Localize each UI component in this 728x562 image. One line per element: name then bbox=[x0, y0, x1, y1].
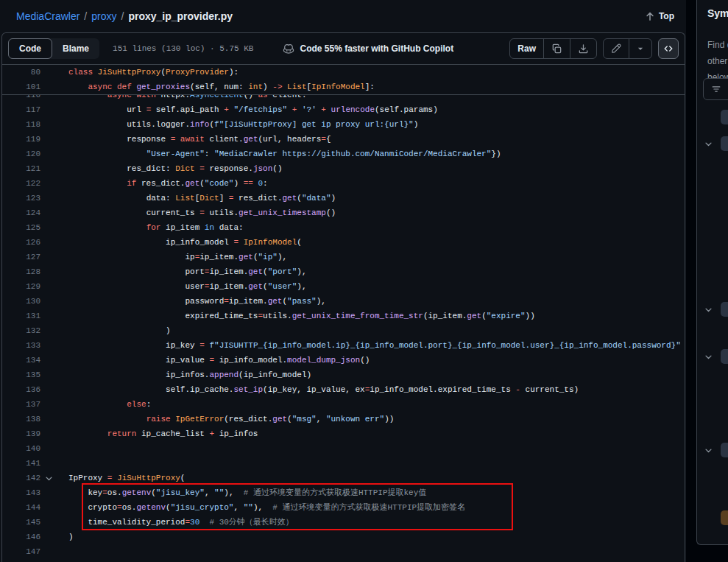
symbol-row[interactable] bbox=[697, 136, 728, 152]
code-text bbox=[57, 456, 68, 471]
fold-spacer bbox=[40, 80, 57, 94]
copilot-text: Code 55% faster with GitHub Copilot bbox=[300, 43, 453, 54]
code-line-135: 135 ip_infos.append(ip_info_model) bbox=[2, 368, 685, 382]
line-number[interactable]: 143 bbox=[2, 485, 40, 500]
line-number[interactable]: 126 bbox=[2, 235, 40, 250]
code-line-132: 132 ) bbox=[2, 323, 685, 338]
chevron-down-icon[interactable] bbox=[704, 306, 713, 314]
fold-spacer bbox=[40, 176, 57, 191]
line-number[interactable]: 123 bbox=[2, 191, 40, 206]
symbol-row[interactable] bbox=[697, 348, 728, 365]
line-number[interactable]: 140 bbox=[2, 441, 40, 456]
line-number[interactable]: 122 bbox=[2, 176, 40, 191]
edit-dropdown-button[interactable] bbox=[629, 39, 651, 58]
breadcrumb-folder-link[interactable]: proxy bbox=[91, 10, 116, 22]
code-line-139: 139 return ip_cache_list + ip_infos bbox=[2, 426, 685, 441]
line-number[interactable]: 125 bbox=[2, 220, 40, 235]
code-line-134: 134 ip_value = ip_info_model.model_dump_… bbox=[2, 353, 685, 368]
chevron-down-icon[interactable] bbox=[704, 353, 713, 361]
line-number[interactable]: 119 bbox=[2, 132, 40, 147]
code-text: ) bbox=[57, 323, 171, 338]
fold-spacer bbox=[40, 485, 57, 500]
download-button[interactable] bbox=[570, 39, 596, 58]
line-number[interactable]: 138 bbox=[2, 412, 40, 426]
code-text: expired_time_ts=utils.get_unix_time_from… bbox=[57, 309, 535, 323]
arrow-up-icon bbox=[645, 11, 655, 21]
code-brackets-icon bbox=[663, 43, 674, 54]
line-number[interactable]: 135 bbox=[2, 368, 40, 382]
copy-button[interactable] bbox=[544, 39, 570, 58]
fold-chevron-icon[interactable] bbox=[40, 471, 57, 485]
raw-button[interactable]: Raw bbox=[510, 39, 544, 58]
chevron-down-icon bbox=[637, 45, 644, 52]
file-view: MediaCrawler / proxy / proxy_ip_provider… bbox=[0, 0, 686, 562]
symbols-tree bbox=[697, 0, 728, 544]
line-number[interactable]: 134 bbox=[2, 353, 40, 368]
breadcrumb-separator: / bbox=[84, 10, 87, 22]
code-text bbox=[57, 441, 68, 456]
line-number[interactable]: 136 bbox=[2, 382, 40, 397]
sticky-context-lines: 80class JiSuHttpProxy(ProxyProvider):101… bbox=[2, 65, 685, 95]
line-number[interactable]: 117 bbox=[2, 102, 40, 117]
code-text: for ip_item in data: bbox=[57, 220, 244, 235]
line-number[interactable]: 118 bbox=[2, 117, 40, 132]
line-number[interactable]: 147 bbox=[2, 544, 40, 559]
code-line-125: 125 for ip_item in data: bbox=[2, 220, 685, 235]
symbol-row[interactable] bbox=[697, 301, 728, 317]
chevron-down-icon[interactable] bbox=[704, 140, 713, 148]
code-line-120: 120 "User-Agent": "MediaCrawler https://… bbox=[2, 147, 685, 161]
symbol-row[interactable] bbox=[697, 109, 728, 125]
line-number[interactable]: 130 bbox=[2, 294, 40, 309]
line-number[interactable]: 133 bbox=[2, 338, 40, 353]
line-number[interactable]: 120 bbox=[2, 147, 40, 161]
symbol-row[interactable] bbox=[697, 510, 728, 526]
symbol-kind-badge bbox=[721, 110, 728, 124]
copilot-banner[interactable]: Code 55% faster with GitHub Copilot bbox=[283, 43, 453, 55]
line-number[interactable]: 124 bbox=[2, 206, 40, 220]
code-text: res_dict: Dict = response.json() bbox=[57, 161, 282, 176]
code-text: class JiSuHttpProxy(ProxyProvider): bbox=[57, 65, 238, 80]
code-line-143: 143 key=os.getenv("jisu_key", ""), # 通过环… bbox=[2, 485, 685, 500]
code-line-133: 133 ip_key = f"JISUHTTP_{ip_info_model.i… bbox=[2, 338, 685, 353]
breadcrumb-repo-link[interactable]: MediaCrawler bbox=[16, 10, 79, 22]
raw-copy-download-group: Raw bbox=[509, 38, 597, 59]
line-number[interactable]: 139 bbox=[2, 426, 40, 441]
fold-spacer bbox=[40, 426, 57, 441]
code-text: ) bbox=[57, 530, 74, 544]
back-to-top-button[interactable]: Top bbox=[645, 11, 674, 21]
code-text: async def get_proxies(self, num: int) ->… bbox=[57, 80, 375, 94]
code-line-118: 118 utils.logger.info(f"[JiSuHttpProxy] … bbox=[2, 117, 685, 132]
code-line-130: 130 password=ip_item.get("pass"), bbox=[2, 294, 685, 309]
breadcrumb: MediaCrawler / proxy / proxy_ip_provider… bbox=[0, 0, 686, 32]
edit-button[interactable] bbox=[604, 39, 629, 58]
code-text: key=os.getenv("jisu_key", ""), # 通过环境变量的… bbox=[57, 485, 426, 500]
line-number[interactable]: 101 bbox=[2, 80, 40, 94]
tab-code[interactable]: Code bbox=[8, 38, 52, 59]
fold-spacer bbox=[40, 132, 57, 147]
tab-blame[interactable]: Blame bbox=[52, 38, 99, 59]
line-number[interactable]: 144 bbox=[2, 500, 40, 515]
code-text: self.ip_cache.set_ip(ip_key, ip_value, e… bbox=[57, 382, 579, 397]
code-line-144: 144 crypto=os.getenv("jisu_crypto", ""),… bbox=[2, 500, 685, 515]
line-number[interactable]: 137 bbox=[2, 397, 40, 412]
fold-spacer bbox=[40, 338, 57, 353]
line-number[interactable]: 145 bbox=[2, 515, 40, 530]
line-number[interactable]: 80 bbox=[2, 65, 40, 80]
line-number[interactable]: 132 bbox=[2, 323, 40, 338]
symbol-row[interactable] bbox=[697, 442, 728, 458]
copy-icon bbox=[551, 43, 562, 55]
symbols-toggle-button[interactable] bbox=[658, 38, 679, 59]
line-number[interactable]: 128 bbox=[2, 264, 40, 279]
code-blame-switcher: Code Blame bbox=[8, 38, 99, 59]
line-number[interactable]: 131 bbox=[2, 309, 40, 323]
line-number[interactable]: 121 bbox=[2, 161, 40, 176]
line-number[interactable]: 129 bbox=[2, 279, 40, 294]
line-number[interactable]: 142 bbox=[2, 471, 40, 485]
fold-spacer bbox=[40, 515, 57, 530]
line-number[interactable]: 127 bbox=[2, 250, 40, 264]
fold-spacer bbox=[40, 441, 57, 456]
line-number[interactable]: 146 bbox=[2, 530, 40, 544]
fold-spacer bbox=[40, 264, 57, 279]
line-number[interactable]: 141 bbox=[2, 456, 40, 471]
chevron-down-icon[interactable] bbox=[704, 446, 713, 454]
